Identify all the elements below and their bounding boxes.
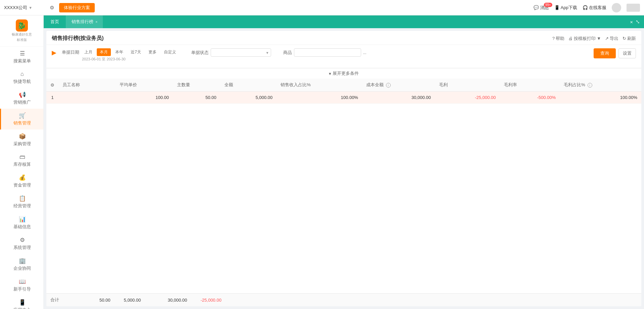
sales-icon: 🛒 <box>19 112 26 119</box>
print-chevron-icon: ▼ <box>597 36 601 41</box>
template-print-button[interactable]: 🖨 按模板打印 ▼ <box>568 36 601 42</box>
cost-info-icon[interactable]: i <box>386 83 391 88</box>
col-gross-pct: 毛利占比% i <box>560 79 641 92</box>
sidebar-item-guide-label: 新手引导 <box>13 286 31 292</box>
settings-row-button[interactable]: 设置 <box>618 48 636 58</box>
footer-label: 合计 <box>50 297 59 303</box>
trial-button[interactable]: 体验行业方案 <box>59 3 95 12</box>
col-employee-name-label: 员工名称 <box>62 82 80 87</box>
export-button[interactable]: ↗ 导出 <box>605 36 618 42</box>
tab-close-button[interactable]: × <box>95 20 97 24</box>
col-sales-pct: 销售收入占比% <box>276 79 362 92</box>
company-name: XXXXX公司 <box>4 5 27 11</box>
tab-sales-ranking[interactable]: 销售排行榜 × <box>66 15 103 28</box>
date-filter-group: 单据日期 上月 本月 本年 近7天 更多 自定义 2023-06-01 至 20… <box>62 48 179 62</box>
pill-this-year[interactable]: 本年 <box>112 48 126 56</box>
goods-input[interactable] <box>294 48 361 57</box>
col-avg-price-label: 平均单价 <box>120 82 137 87</box>
col-cost-label: 成本全额 <box>366 82 384 87</box>
col-sales-pct-label: 销售收入占比% <box>281 82 311 87</box>
finance-icon: 💰 <box>19 174 26 181</box>
content-area: 首页 销售排行榜 × × ⤡ 销售排行榜(按业务员) ? 帮助 <box>44 15 644 309</box>
sidebar-item-purchase[interactable]: 📦 采购管理 <box>0 130 43 150</box>
pill-custom[interactable]: 自定义 <box>161 48 179 56</box>
pill-last-month[interactable]: 上月 <box>81 48 95 56</box>
sidebar-item-sales[interactable]: 🛒 销售管理 <box>0 109 43 130</box>
sidebar-item-marketing[interactable]: 📢 营销推广 <box>0 88 43 109</box>
table-header-row: ⚙ 员工名称 平均单价 主数量 <box>46 79 641 92</box>
sidebar-item-basic-info[interactable]: 📊 基础信息 <box>0 212 43 233</box>
sidebar-item-search[interactable]: ☰ 搜索菜单 <box>0 47 43 67</box>
col-gross-rate: 毛利率 <box>500 79 560 92</box>
sidebar-item-finance[interactable]: 💰 资金管理 <box>0 171 43 192</box>
print-icon: 🖨 <box>568 36 573 41</box>
footer-gross: -25,000.00 <box>201 298 221 303</box>
query-actions: 查询 设置 <box>594 48 636 58</box>
phone-icon: 📱 <box>554 5 560 10</box>
col-gross-pct-label: 毛利占比% <box>564 82 585 87</box>
refresh-button[interactable]: ↻ 刷新 <box>622 36 636 42</box>
basic-info-icon: 📊 <box>19 216 26 223</box>
right-arrow-icon: ▶ <box>52 49 56 56</box>
pill-this-month[interactable]: 本月 <box>97 48 111 56</box>
message-icon: 💬 <box>533 5 539 10</box>
company-selector[interactable]: XXXXX公司 ▼ <box>4 5 44 11</box>
status-select[interactable] <box>211 48 271 57</box>
app-download-button[interactable]: 📱 App下载 <box>554 5 577 11</box>
tab-minimize-button[interactable]: × <box>630 19 633 25</box>
sidebar-item-inventory[interactable]: 🗃 库存核算 <box>0 150 43 171</box>
refresh-icon: ↻ <box>622 36 626 41</box>
tab-right-actions: × ⤡ <box>630 19 644 25</box>
sidebar-item-system[interactable]: ⚙ 系统管理 <box>0 233 43 254</box>
headset-icon: 🎧 <box>583 5 588 10</box>
status-select-wrapper: ▼ <box>211 48 271 57</box>
pill-7-days[interactable]: 近7天 <box>128 48 144 56</box>
avg-price-value: 100.00 <box>156 95 169 100</box>
page-content: 销售排行榜(按业务员) ? 帮助 🖨 按模板打印 ▼ ↗ 导出 <box>46 31 641 306</box>
cell-gross-pct: 100.00% <box>560 92 641 104</box>
gross-pct-value: 100.00% <box>620 95 637 100</box>
expand-more-button[interactable]: ▾ 展开更多条件 <box>46 68 641 79</box>
tab-home[interactable]: 首页 <box>44 15 66 28</box>
app-download-label: App下载 <box>561 5 577 11</box>
sidebar-item-quick-nav[interactable]: ⌂ 快捷导航 <box>0 67 43 88</box>
sidebar-item-enterprise[interactable]: 🏢 企业协同 <box>0 254 43 275</box>
message-button[interactable]: 💬 消息 99+ <box>533 5 549 11</box>
top-right-actions: 💬 消息 99+ 📱 App下载 🎧 在线客服 <box>533 3 640 12</box>
tab-expand-button[interactable]: ⤡ <box>636 19 640 25</box>
status-filter-group: 单据状态 ▼ <box>191 48 271 57</box>
col-qty: 主数量 <box>173 79 220 92</box>
company-settings-button[interactable]: ⚙ <box>47 3 56 12</box>
help-button[interactable]: ? 帮助 <box>552 36 564 42</box>
table-container: ⚙ 员工名称 平均单价 主数量 <box>46 79 641 293</box>
header-actions: ? 帮助 🖨 按模板打印 ▼ ↗ 导出 ↻ 刷新 <box>552 36 636 42</box>
template-print-label: 按模板打印 <box>574 36 596 42</box>
pill-more[interactable]: 更多 <box>145 48 160 56</box>
cell-gross: -25,000.00 <box>435 92 500 104</box>
table-footer: 合计 50.00 5,000.00 30,000.00 -25,000.00 <box>46 293 641 306</box>
chevron-down-icon: ▼ <box>29 6 32 10</box>
goods-filter-group: 商品 ... <box>283 48 367 57</box>
enterprise-icon: 🏢 <box>19 257 26 264</box>
col-gross: 毛利 <box>435 79 500 92</box>
top-header: XXXXX公司 ▼ ⚙ 体验行业方案 💬 消息 99+ 📱 App下载 🎧 在线… <box>0 0 644 15</box>
sidebar-item-guide[interactable]: 📖 新手引导 <box>0 275 43 296</box>
settings-col-icon[interactable]: ⚙ <box>50 83 54 88</box>
sidebar-item-system-label: 系统管理 <box>13 245 31 251</box>
more-filters-link[interactable]: ... <box>363 50 367 55</box>
refresh-label: 刷新 <box>627 36 636 42</box>
purchase-icon: 📦 <box>19 133 26 140</box>
data-table: ⚙ 员工名称 平均单价 主数量 <box>46 79 641 104</box>
filter-expand-arrow[interactable]: ▶ <box>52 48 56 56</box>
col-amount-label: 全额 <box>224 82 233 87</box>
footer-amount: 5,000.00 <box>124 298 141 303</box>
cell-sales-pct: 100.00% <box>276 92 362 104</box>
gross-pct-info-icon[interactable]: i <box>588 83 592 88</box>
guide-icon: 📖 <box>19 278 26 285</box>
online-support-button[interactable]: 🎧 在线客服 <box>583 5 606 11</box>
query-button[interactable]: 查询 <box>594 48 616 58</box>
sidebar-item-app-center[interactable]: 📱 应用中心 <box>0 296 43 309</box>
sidebar-item-operation[interactable]: 📋 经营管理 <box>0 192 43 212</box>
gross-rate-value: -500.00% <box>537 95 556 100</box>
user-avatar[interactable] <box>612 3 621 12</box>
